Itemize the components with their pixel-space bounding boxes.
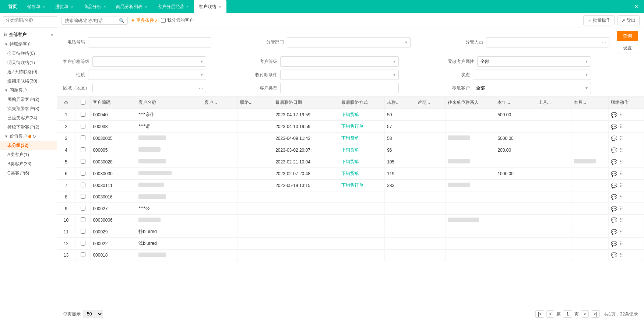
region-input[interactable]: ··· [92, 83, 206, 93]
col-checkbox-header[interactable] [75, 96, 91, 109]
customer-type-input[interactable] [280, 83, 398, 93]
sidebar-item-churned[interactable]: 已流失客户(24) [0, 113, 57, 123]
close-tab-purchase[interactable]: × [71, 4, 73, 9]
cell-lastway[interactable]: 下销货单 [339, 156, 385, 168]
close-tab-goods-list[interactable]: × [145, 4, 147, 9]
cell-lastway[interactable]: 下销售订单 [339, 121, 385, 133]
manager-input[interactable]: ··· [486, 37, 609, 47]
sidebar-item-7days-pending[interactable]: 近7天待联络(0) [0, 67, 57, 77]
cell-checkbox[interactable] [75, 203, 91, 215]
chat-icon[interactable]: 💬 [611, 217, 617, 223]
more-action-icon[interactable]: ⠿ [619, 217, 623, 223]
chat-icon[interactable]: 💬 [611, 229, 617, 235]
phone-input[interactable] [88, 37, 211, 47]
sidebar-item-c-class[interactable]: C类客户(6) [0, 169, 57, 178]
row-checkbox[interactable] [81, 241, 85, 246]
row-checkbox[interactable] [81, 252, 85, 257]
chat-icon[interactable]: 💬 [611, 112, 617, 118]
sidebar-item-ungroup[interactable]: 未分组(32) [0, 141, 57, 150]
more-conditions-button[interactable]: ▼ 更多条件 ∧ [131, 17, 158, 24]
cell-checkbox[interactable] [75, 226, 91, 238]
main-search-icon[interactable]: 🔍 [119, 18, 124, 23]
close-tab-customer-contact[interactable]: × [219, 4, 221, 9]
more-action-icon[interactable]: ⠿ [619, 171, 623, 177]
collapse-sidebar-button[interactable]: « [50, 32, 53, 38]
row-checkbox[interactable] [81, 112, 85, 117]
cell-checkbox[interactable] [75, 250, 91, 261]
tab-customer-contact[interactable]: 客户联络 × [194, 0, 226, 13]
lastway-link[interactable]: 下销货单 [341, 171, 359, 176]
tab-goods-list[interactable]: 商品分析列表 × [111, 0, 152, 13]
cell-checkbox[interactable] [75, 133, 91, 144]
cell-checkbox[interactable] [75, 180, 91, 191]
batch-ops-button[interactable]: ☑ 批量操作 [583, 15, 615, 25]
sidebar-item-abnormal[interactable]: 囤购异常客户(2) [0, 95, 57, 104]
lastway-link[interactable]: 下销售订单 [341, 124, 363, 129]
chat-icon[interactable]: 💬 [611, 206, 617, 212]
chat-icon[interactable]: 💬 [611, 183, 617, 188]
sparse-attr-select[interactable]: 全部 ▾ [477, 56, 591, 67]
sidebar-item-declining[interactable]: 持续下滑客户(2) [0, 123, 57, 132]
row-checkbox[interactable] [81, 206, 85, 211]
cell-lastway[interactable]: 下销货单 [339, 133, 385, 144]
cell-checkbox[interactable] [75, 121, 91, 133]
lastway-link[interactable]: 下销货单 [341, 112, 359, 117]
tab-purchase[interactable]: 进货单 × [50, 0, 78, 13]
row-checkbox[interactable] [81, 147, 85, 152]
chat-icon[interactable]: 💬 [611, 147, 617, 153]
close-all-button[interactable]: × [632, 3, 641, 10]
lastway-link[interactable]: 下销货单 [341, 147, 359, 152]
cell-lastway[interactable]: 下销货单 [339, 144, 385, 156]
more-action-icon[interactable]: ⠿ [619, 252, 623, 258]
chat-icon[interactable]: 💬 [611, 252, 617, 258]
more-action-icon[interactable]: ⠿ [619, 159, 623, 165]
cell-checkbox[interactable] [75, 144, 91, 156]
my-customers-check-input[interactable] [161, 18, 166, 23]
payment-select[interactable]: ▾ [280, 70, 398, 80]
more-action-icon[interactable]: ⠿ [619, 241, 623, 247]
select-all-checkbox[interactable] [81, 100, 85, 105]
more-action-icon[interactable]: ⠿ [619, 135, 623, 141]
nature-select[interactable]: ▾ [88, 70, 206, 80]
sidebar-section-problem[interactable]: ▼ 问题客户 [0, 86, 57, 95]
reset-button[interactable]: 设置 [617, 43, 638, 53]
next-page-button[interactable]: > [581, 310, 589, 318]
department-select[interactable]: ▾ [287, 37, 410, 47]
chat-icon[interactable]: 💬 [611, 194, 617, 200]
col-settings[interactable]: ⚙ [57, 96, 75, 109]
cell-checkbox[interactable] [75, 156, 91, 168]
row-checkbox[interactable] [81, 194, 85, 199]
price-grade-select[interactable]: ▾ [92, 56, 206, 67]
sidebar-section-pending[interactable]: ▼ 待联络客户 [0, 40, 57, 49]
chat-icon[interactable]: 💬 [611, 124, 617, 130]
sidebar-item-churn-warning[interactable]: 流失预警客户(3) [0, 104, 57, 113]
tab-home[interactable]: 首页 [3, 0, 22, 13]
cell-lastway[interactable]: 下销货单 [339, 168, 385, 180]
tab-customer-tier[interactable]: 客户分层经营 × [152, 0, 194, 13]
status-select[interactable]: ▾ [473, 70, 591, 80]
row-checkbox[interactable] [81, 171, 85, 176]
tab-sales[interactable]: 销售单 × [22, 0, 50, 13]
cell-checkbox[interactable] [75, 238, 91, 250]
cell-checkbox[interactable] [75, 109, 91, 121]
lastway-link[interactable]: 下销货单 [341, 135, 359, 141]
table-settings-button[interactable]: ⚙ [64, 100, 68, 106]
per-page-select[interactable]: 50 100 200 [83, 310, 103, 318]
sidebar-section-value[interactable]: ▼ 价值客户 ↻ [0, 132, 57, 141]
first-page-button[interactable]: |< [535, 310, 544, 318]
more-action-icon[interactable]: ⠿ [619, 124, 623, 130]
sparse-customer-select[interactable]: 全部 ▾ [473, 83, 591, 93]
more-action-icon[interactable]: ⠿ [619, 229, 623, 235]
row-checkbox[interactable] [81, 229, 85, 234]
cell-lastway[interactable]: 下销售订单 [339, 180, 385, 191]
cell-checkbox[interactable] [75, 215, 91, 226]
more-action-icon[interactable]: ⠿ [619, 194, 623, 200]
row-checkbox[interactable] [81, 135, 85, 140]
last-page-button[interactable]: >| [591, 310, 600, 318]
more-action-icon[interactable]: ⠿ [619, 183, 623, 188]
sidebar-item-today-pending[interactable]: 今天待联络(0) [0, 49, 57, 58]
lastway-link[interactable]: 下销售订单 [341, 183, 363, 188]
more-action-icon[interactable]: ⠿ [619, 112, 623, 118]
query-button[interactable]: 查询 [617, 31, 638, 41]
sidebar-item-b-class[interactable]: B类客户(33) [0, 159, 57, 169]
